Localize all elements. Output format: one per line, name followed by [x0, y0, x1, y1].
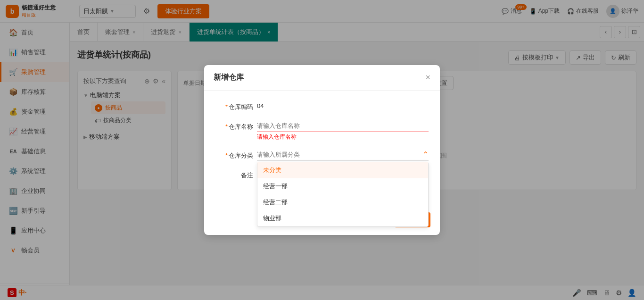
warehouse-code-label: 仓库编码 [215, 100, 253, 111]
warehouse-code-row: 仓库编码 [215, 100, 429, 112]
dropdown-item-dept1[interactable]: 经营一部 [257, 178, 428, 194]
category-dropdown: 未分类 经营一部 经营二部 物业部 [257, 162, 429, 227]
warehouse-name-label: 仓库名称 [215, 120, 253, 131]
dropdown-item-dept3[interactable]: 物业部 [257, 210, 428, 226]
modal-overlay[interactable]: 新增仓库 × 仓库编码 仓库名称 请输入仓库名称 仓库分类 [0, 0, 644, 300]
dropdown-item-dept2[interactable]: 经营二部 [257, 194, 428, 210]
category-select-input[interactable] [257, 149, 422, 160]
category-select-wrapper: ⌃ [257, 149, 429, 161]
warehouse-category-control: ⌃ 未分类 经营一部 经营二部 物业部 [257, 149, 429, 161]
warehouse-code-input[interactable] [257, 100, 429, 112]
warehouse-category-row: 仓库分类 ⌃ 未分类 经营一部 经营二部 物业部 [215, 149, 429, 161]
warehouse-name-input[interactable] [257, 120, 429, 132]
warehouse-name-row: 仓库名称 请输入仓库名称 [215, 120, 429, 141]
dialog-header: 新增仓库 × [204, 65, 440, 91]
dialog-close-icon[interactable]: × [425, 73, 430, 83]
notes-label: 备注 [215, 168, 253, 180]
warehouse-name-control: 请输入仓库名称 [257, 120, 429, 141]
category-select-arrow-icon[interactable]: ⌃ [422, 150, 429, 159]
dialog-title: 新增仓库 [214, 73, 244, 83]
dialog-body: 仓库编码 仓库名称 请输入仓库名称 仓库分类 ⌃ [204, 91, 440, 208]
add-warehouse-dialog: 新增仓库 × 仓库编码 仓库名称 请输入仓库名称 仓库分类 [204, 65, 440, 235]
dropdown-item-uncategorized[interactable]: 未分类 [257, 162, 428, 178]
warehouse-code-control [257, 100, 429, 112]
warehouse-name-error: 请输入仓库名称 [257, 133, 429, 141]
warehouse-category-label: 仓库分类 [215, 149, 253, 160]
